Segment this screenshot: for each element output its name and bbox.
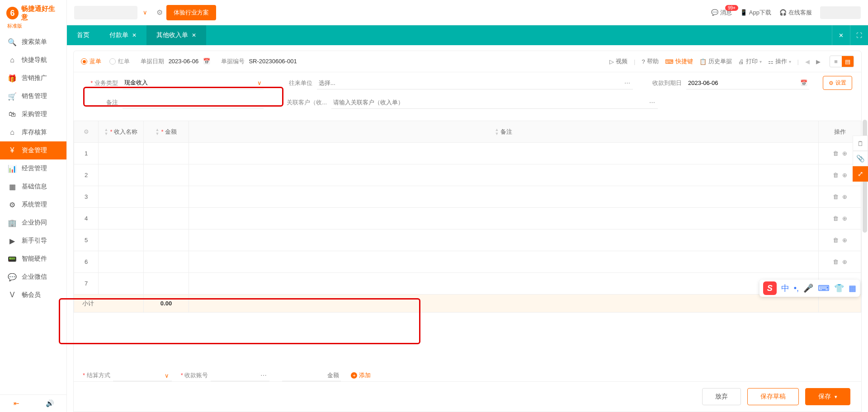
gear-icon[interactable]: ⚙ xyxy=(84,128,89,135)
party-select[interactable] xyxy=(317,77,623,89)
sidebar-item-9[interactable]: ⚙系统管理 xyxy=(0,196,66,214)
delete-icon[interactable]: 🗑 xyxy=(833,150,839,157)
prev-doc-icon[interactable]: ◀ xyxy=(805,58,810,65)
more-icon[interactable]: ⋯ xyxy=(647,99,658,106)
sidebar-item-12[interactable]: 📟智能硬件 xyxy=(0,250,66,268)
view-form[interactable]: ▤ xyxy=(842,56,854,67)
sort-icon[interactable]: ▲▼ xyxy=(104,128,108,136)
support-link[interactable]: 🎧 在线客服 xyxy=(779,9,812,17)
ops-link[interactable]: ⚏操作▾ xyxy=(768,57,791,66)
radio-blue[interactable]: 蓝单 xyxy=(81,57,101,66)
print-link[interactable]: 🖨打印▾ xyxy=(738,57,762,66)
ime-lang[interactable]: 中 xyxy=(781,283,789,294)
ime-toolbox-icon[interactable]: ▦ xyxy=(849,283,856,293)
copy-icon[interactable]: ⊕ xyxy=(842,150,847,157)
save-button[interactable]: 保存▾ xyxy=(805,388,850,405)
delete-icon[interactable]: 🗑 xyxy=(833,172,839,178)
due-date-input[interactable] xyxy=(686,77,798,89)
remark-input[interactable] xyxy=(123,96,264,109)
calendar-icon[interactable]: 📅 xyxy=(798,80,809,86)
radio-red[interactable]: 红单 xyxy=(109,57,130,66)
chevron-down-icon[interactable]: ∨ xyxy=(255,80,264,86)
ime-mic-icon[interactable]: 🎤 xyxy=(803,283,813,293)
float-note-icon[interactable]: 🗒 xyxy=(853,136,868,151)
tab-1[interactable]: 付款单✕ xyxy=(99,25,146,45)
float-expand-icon[interactable]: ⤢ xyxy=(853,166,868,182)
pay-amount-input[interactable] xyxy=(282,370,341,381)
rel-customer-input[interactable] xyxy=(331,96,647,108)
user-avatar[interactable] xyxy=(820,6,861,19)
sidebar-item-8[interactable]: ▦基础信息 xyxy=(0,178,66,196)
save-draft-button[interactable]: 保存草稿 xyxy=(747,388,799,405)
history-link[interactable]: 📋历史单据 xyxy=(699,57,732,66)
delete-icon[interactable]: 🗑 xyxy=(833,215,839,222)
topbar: ∨ ⚙ 体验行业方案 💬 消息 99+ 📱 App下载 🎧 在线客服 xyxy=(67,0,868,25)
delete-icon[interactable]: 🗑 xyxy=(833,193,839,200)
copy-icon[interactable]: ⊕ xyxy=(842,172,847,178)
sidebar-item-14[interactable]: V畅会员 xyxy=(0,286,66,304)
help-link[interactable]: ?帮助 xyxy=(642,57,658,66)
messages-link[interactable]: 💬 消息 99+ xyxy=(711,9,732,17)
copy-icon[interactable]: ⊕ xyxy=(842,237,847,243)
close-icon[interactable]: ✕ xyxy=(132,32,137,38)
sidebar-item-3[interactable]: 🛒销售管理 xyxy=(0,87,66,105)
ime-toolbar[interactable]: S 中 •, 🎤 ⌨ 👕 ▦ xyxy=(760,280,860,297)
sidebar-item-4[interactable]: 🛍采购管理 xyxy=(0,105,66,123)
ime-keyboard-icon[interactable]: ⌨ xyxy=(818,283,830,293)
app-download-link[interactable]: 📱 App下载 xyxy=(740,9,771,17)
discard-button[interactable]: 放弃 xyxy=(702,388,741,405)
more-icon[interactable]: ⋯ xyxy=(623,80,633,86)
table-row[interactable]: 1🗑⊕ xyxy=(74,143,861,164)
settings-button[interactable]: ⚙设置 xyxy=(823,76,852,90)
sidebar-item-2[interactable]: 🎁营销推广 xyxy=(0,69,66,87)
sidebar-item-5[interactable]: ⌂库存核算 xyxy=(0,123,66,141)
sidebar-item-0[interactable]: 🔍搜索菜单 xyxy=(0,33,66,51)
chevron-down-icon[interactable]: ∨ xyxy=(165,372,169,379)
more-icon[interactable]: ⋯ xyxy=(260,372,268,379)
view-list[interactable]: ≡ xyxy=(830,56,842,67)
doc-header: 蓝单 红单 单据日期 2023-06-06 📅 单据编号 SR-20230606… xyxy=(74,51,861,72)
copy-icon[interactable]: ⊕ xyxy=(842,258,847,265)
delete-icon[interactable]: 🗑 xyxy=(833,258,839,265)
subtotal-label: 小计 xyxy=(74,295,144,313)
table-row[interactable]: 4🗑⊕ xyxy=(74,208,861,229)
table-row[interactable]: 3🗑⊕ xyxy=(74,186,861,208)
company-dropdown-icon[interactable]: ∨ xyxy=(143,9,147,16)
table-row[interactable]: 7🗑⊕ xyxy=(74,273,861,295)
shortcut-link[interactable]: ⌨快捷键 xyxy=(665,57,693,66)
sidebar-item-6[interactable]: ¥资金管理 xyxy=(0,141,66,159)
trial-button[interactable]: 体验行业方案 xyxy=(166,5,216,20)
company-selector[interactable] xyxy=(74,6,137,19)
tab-2[interactable]: 其他收入单✕ xyxy=(146,25,206,45)
sort-icon[interactable]: ▲▼ xyxy=(495,128,499,136)
copy-icon[interactable]: ⊕ xyxy=(842,215,847,222)
sidebar-item-10[interactable]: 🏢企业协同 xyxy=(0,214,66,232)
table-row[interactable]: 2🗑⊕ xyxy=(74,164,861,186)
calendar-icon[interactable]: 📅 xyxy=(203,58,210,65)
ime-skin-icon[interactable]: 👕 xyxy=(834,283,844,293)
sidebar-sound-btn[interactable]: 🔊 xyxy=(33,395,67,412)
biz-type-select[interactable] xyxy=(123,77,255,89)
video-link[interactable]: ▷视频 xyxy=(609,57,627,66)
sidebar-collapse-btn[interactable]: ⇤ xyxy=(0,395,33,412)
table-row[interactable]: 5🗑⊕ xyxy=(74,229,861,251)
delete-icon[interactable]: 🗑 xyxy=(833,237,839,243)
tab-fullscreen[interactable]: ⛶ xyxy=(850,25,868,45)
tab-close-all[interactable]: ✕ xyxy=(832,25,850,45)
sidebar-item-1[interactable]: ⌂快捷导航 xyxy=(0,51,66,69)
sidebar-item-label: 畅会员 xyxy=(22,291,41,299)
table-row[interactable]: 6🗑⊕ xyxy=(74,251,861,273)
sidebar-item-13[interactable]: 💬企业微信 xyxy=(0,268,66,286)
tab-0[interactable]: 首页 xyxy=(67,25,99,45)
sort-icon[interactable]: ▲▼ xyxy=(156,128,160,136)
sidebar-item-7[interactable]: 📊经营管理 xyxy=(0,159,66,178)
sidebar-item-11[interactable]: ▶新手引导 xyxy=(0,232,66,250)
pay-method-select[interactable] xyxy=(113,370,172,381)
ime-punct-icon[interactable]: •, xyxy=(794,284,799,293)
close-icon[interactable]: ✕ xyxy=(192,32,196,38)
settings-gear-icon[interactable]: ⚙ xyxy=(156,8,163,17)
next-doc-icon[interactable]: ▶ xyxy=(816,58,821,65)
float-clip-icon[interactable]: 📎 xyxy=(853,151,868,166)
copy-icon[interactable]: ⊕ xyxy=(842,193,847,200)
add-payment-link[interactable]: + 添加 xyxy=(351,371,371,379)
